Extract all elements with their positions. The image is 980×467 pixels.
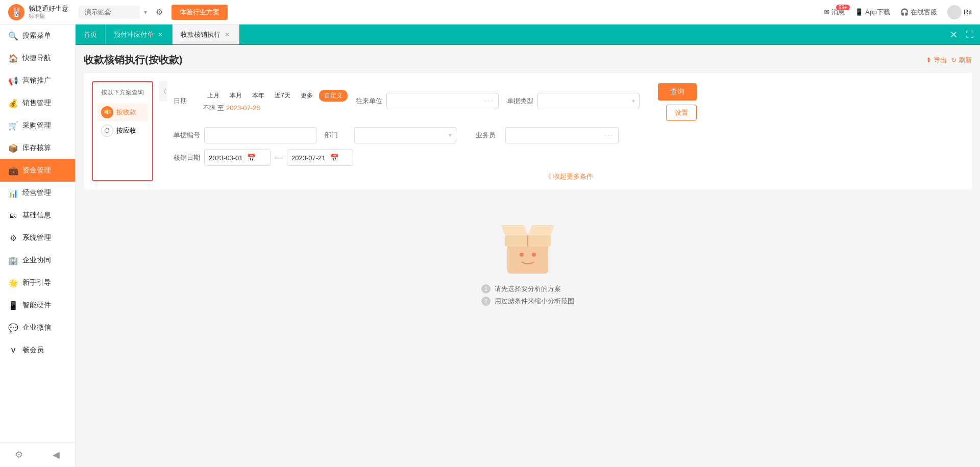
settings-button[interactable]: 设置 bbox=[666, 105, 697, 121]
user-name: Rit bbox=[964, 8, 972, 16]
tab-expand-btn[interactable]: ⛶ bbox=[964, 29, 976, 41]
top-bar-right: ✉ 消息 99+ 📱 App下载 🎧 在线客服 Rit bbox=[824, 5, 972, 19]
sidebar-item-wechat[interactable]: 💬 企业微信 bbox=[0, 316, 75, 339]
message-button[interactable]: ✉ 消息 99+ bbox=[824, 8, 845, 17]
filter-field-date: 日期 上月 本月 本年 近7天 更多 自定义 bbox=[174, 90, 348, 113]
sidebar-item-system[interactable]: ⚙ 系统管理 bbox=[0, 227, 75, 249]
filter-field-staff: 业务员 ··· bbox=[476, 127, 619, 143]
sidebar-item-operation[interactable]: 📊 经营管理 bbox=[0, 182, 75, 204]
svg-rect-0 bbox=[507, 243, 548, 274]
tab-close-btn[interactable]: ✕ bbox=[947, 29, 960, 41]
dept-select[interactable]: ▾ bbox=[354, 127, 456, 143]
sidebar-label-enterprise: 企业协同 bbox=[22, 256, 51, 265]
sidebar-item-search[interactable]: 🔍 搜索菜单 bbox=[0, 24, 75, 47]
empty-num-1: 1 bbox=[481, 284, 491, 293]
filter-field-dept: 部门 ▾ bbox=[325, 127, 468, 143]
guide-icon: 🌟 bbox=[8, 278, 18, 288]
sidebar-item-quicknav[interactable]: 🏠 快捷导航 bbox=[0, 47, 75, 69]
date-btn-custom[interactable]: 自定义 bbox=[319, 90, 348, 102]
sidebar-item-basic[interactable]: 🗂 基础信息 bbox=[0, 204, 75, 227]
svg-point-5 bbox=[520, 253, 524, 257]
sidebar-settings-btn[interactable]: ⚙ bbox=[11, 447, 27, 463]
tab-prepay-label: 预付冲应付单 bbox=[114, 30, 154, 39]
settings-icon[interactable]: ⚙ bbox=[151, 4, 167, 20]
solution-button[interactable]: 体验行业方案 bbox=[172, 5, 228, 20]
date-btn-this-year[interactable]: 本年 bbox=[248, 90, 268, 102]
search-icon: 🔍 bbox=[8, 31, 18, 41]
filter-collapse-btn[interactable]: 《 bbox=[159, 81, 167, 102]
sidebar-item-sales[interactable]: 💰 销售管理 bbox=[0, 92, 75, 114]
online-service-button[interactable]: 🎧 在线客服 bbox=[900, 8, 937, 17]
counterparty-select[interactable]: ··· bbox=[386, 93, 499, 109]
sidebar-item-enterprise[interactable]: 🏢 企业协同 bbox=[0, 249, 75, 272]
refresh-label: 刷新 bbox=[959, 56, 972, 65]
content-area: 首页 预付冲应付单 ✕ 收款核销执行 ✕ ✕ ⛶ 收款核销执行(按收款) bbox=[76, 24, 980, 467]
tab-receivable-close[interactable]: ✕ bbox=[224, 30, 231, 39]
date-btn-7days[interactable]: 近7天 bbox=[271, 90, 295, 102]
tab-prepay[interactable]: 预付冲应付单 ✕ bbox=[106, 24, 173, 44]
sidebar-item-inventory[interactable]: 📦 库存核算 bbox=[0, 137, 75, 159]
query-button[interactable]: 查询 bbox=[658, 83, 697, 101]
filter-option-receipt-label: 按收款 bbox=[116, 108, 136, 117]
sidebar-item-guide[interactable]: 🌟 新手引导 bbox=[0, 272, 75, 294]
filter-option-by-receipt[interactable]: 💴 按收款 bbox=[97, 103, 148, 121]
collapse-more-icon: 《 bbox=[545, 172, 551, 181]
sidebar: 🔍 搜索菜单 🏠 快捷导航 📢 营销推广 💰 销售管理 🛒 采购管理 📦 库存核… bbox=[0, 24, 76, 467]
empty-illustration bbox=[492, 220, 564, 276]
filter-option-receivable-label: 按应收 bbox=[116, 126, 136, 135]
verify-date-start-input[interactable]: 2023-03-01 📅 bbox=[204, 150, 271, 166]
voucher-type-select[interactable]: ▾ bbox=[537, 93, 640, 109]
voucher-no-input[interactable] bbox=[204, 127, 316, 143]
sidebar-collapse-btn[interactable]: ◀ bbox=[48, 447, 64, 463]
sidebar-item-finance[interactable]: 💼 资金管理 bbox=[0, 159, 75, 182]
page-title: 收款核销执行(按收款) bbox=[84, 53, 182, 67]
filter-sidebar: 按以下方案查询 💴 按收款 ⏱ 按应收 bbox=[92, 81, 153, 181]
filter-option-by-receivable[interactable]: ⏱ 按应收 bbox=[97, 121, 148, 140]
tab-home[interactable]: 首页 bbox=[76, 24, 106, 44]
tab-prepay-close[interactable]: ✕ bbox=[157, 30, 164, 39]
sales-icon: 💰 bbox=[8, 98, 18, 108]
inventory-icon: 📦 bbox=[8, 143, 18, 153]
message-badge: 99+ bbox=[836, 5, 850, 10]
verify-date-range: 2023-03-01 📅 — 2023-07-21 📅 bbox=[204, 150, 353, 166]
workspace-dropdown-icon[interactable]: ▾ bbox=[144, 9, 147, 16]
sidebar-label-marketing: 营销推广 bbox=[22, 76, 51, 85]
staff-select[interactable]: ··· bbox=[505, 127, 619, 143]
edition-label: 标准版 bbox=[29, 13, 62, 19]
workspace-name[interactable]: 演示账套 bbox=[79, 6, 140, 19]
enterprise-icon: 🏢 bbox=[8, 255, 18, 265]
verify-date-end-input[interactable]: 2023-07-21 📅 bbox=[287, 150, 353, 166]
date-btn-this-month[interactable]: 本月 bbox=[226, 90, 246, 102]
user-profile[interactable]: Rit bbox=[947, 5, 972, 19]
collapse-more-btn[interactable]: 《 收起更多条件 bbox=[174, 172, 964, 181]
filter-field-voucher-no: 单据编号 bbox=[174, 127, 316, 143]
main-layout: 🔍 搜索菜单 🏠 快捷导航 📢 营销推广 💰 销售管理 🛒 采购管理 📦 库存核… bbox=[0, 24, 980, 467]
message-icon: ✉ bbox=[824, 8, 829, 16]
counterparty-dots-icon: ··· bbox=[484, 96, 494, 106]
sidebar-item-purchase[interactable]: 🛒 采购管理 bbox=[0, 114, 75, 137]
receipt-icon: 💴 bbox=[101, 106, 113, 118]
tab-receivable[interactable]: 收款核销执行 ✕ bbox=[173, 24, 239, 44]
tab-bar: 首页 预付冲应付单 ✕ 收款核销执行 ✕ ✕ ⛶ bbox=[76, 24, 980, 45]
date-btn-last-month[interactable]: 上月 bbox=[203, 90, 224, 102]
empty-hint-2-text: 用过滤条件来缩小分析范围 bbox=[495, 297, 574, 306]
collapse-more-label: 收起更多条件 bbox=[553, 172, 593, 181]
sidebar-item-member[interactable]: V 畅会员 bbox=[0, 339, 75, 361]
app-logo: 🐰 bbox=[8, 4, 24, 20]
sidebar-item-hardware[interactable]: 📱 智能硬件 bbox=[0, 294, 75, 316]
empty-text: 1 请先选择要分析的方案 2 用过滤条件来缩小分析范围 bbox=[481, 284, 574, 306]
sidebar-label-inventory: 库存核算 bbox=[22, 143, 51, 153]
sidebar-item-marketing[interactable]: 📢 营销推广 bbox=[0, 69, 75, 92]
date-separator: — bbox=[275, 153, 283, 162]
filter-field-voucher-type: 单据类型 ▾ bbox=[507, 93, 650, 109]
sidebar-label-purchase: 采购管理 bbox=[22, 121, 51, 130]
purchase-icon: 🛒 bbox=[8, 120, 18, 131]
app-download-button[interactable]: 📱 App下载 bbox=[855, 8, 890, 17]
sidebar-label-hardware: 智能硬件 bbox=[22, 301, 51, 310]
export-button[interactable]: ⬆ 导出 bbox=[926, 56, 947, 65]
brand-name: 畅捷通好生意 bbox=[29, 5, 68, 12]
sidebar-label-search: 搜索菜单 bbox=[22, 31, 51, 40]
svg-point-6 bbox=[532, 253, 536, 257]
date-btn-more[interactable]: 更多 bbox=[297, 90, 317, 102]
refresh-button[interactable]: ↻ 刷新 bbox=[951, 56, 972, 65]
